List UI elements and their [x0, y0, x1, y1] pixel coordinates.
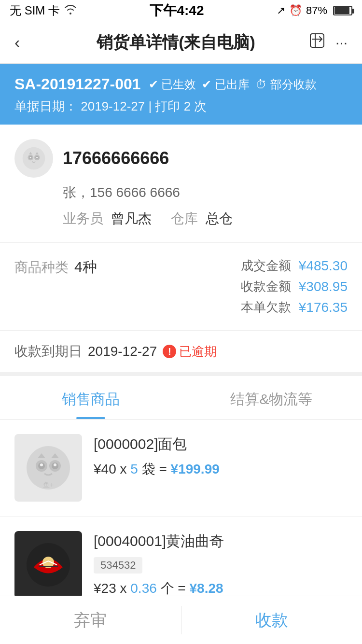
received-value: ¥308.95 — [299, 279, 348, 294]
share-button[interactable] — [308, 32, 326, 53]
tab-settlement[interactable]: 结算&物流等 — [181, 376, 362, 419]
product-tag: 534532 — [94, 557, 142, 574]
product-qty: 0.36 — [130, 581, 157, 596]
status-left: 无 SIM 卡 — [10, 3, 77, 18]
received-label: 收款金额 — [241, 278, 291, 295]
bottom-actions: 弃审 收款 — [0, 596, 362, 644]
product-item: 鱼+ [0000002]面包 ¥40 x 5 袋 = ¥199.99 — [0, 420, 362, 517]
owing-value: ¥176.35 — [299, 300, 348, 315]
battery-text: 87% — [306, 4, 327, 17]
product-info: [0000002]面包 ¥40 x 5 袋 = ¥199.99 — [94, 434, 348, 478]
order-header-top: SA-20191227-001 ✔ 已生效 ✔ 已出库 ⏱ 部分收款 — [14, 75, 348, 93]
warehouse-label: 仓库 — [171, 211, 198, 226]
product-list: 鱼+ [0000002]面包 ¥40 x 5 袋 = ¥199.99 — [0, 420, 362, 614]
amount-row: 成交金额 ¥485.30 — [241, 257, 348, 274]
order-header: SA-20191227-001 ✔ 已生效 ✔ 已出库 ⏱ 部分收款 单据日期：… — [0, 64, 362, 125]
customer-info-row: 业务员 曾凡杰 仓库 总仓 — [63, 210, 348, 228]
order-id: SA-20191227-001 — [14, 75, 141, 93]
overdue-badge: ! 已逾期 — [163, 343, 217, 360]
svg-text:鱼+: 鱼+ — [43, 481, 54, 489]
confirm-button[interactable]: 收款 — [181, 596, 362, 644]
customer-section: 17666666666 张，156 6666 6666 业务员 曾凡杰 仓库 总… — [0, 125, 362, 243]
status-time: 下午4:42 — [150, 1, 204, 20]
stats-section: 商品种类 4种 成交金额 ¥485.30 收款金额 ¥308.95 本单欠款 ¥… — [0, 243, 362, 331]
product-price-row: ¥40 x 5 袋 = ¥199.99 — [94, 460, 348, 478]
product-info: [00040001]黄油曲奇 534532 ¥23 x 0.36 个 = ¥8.… — [94, 531, 348, 598]
product-thumbnail — [14, 531, 82, 599]
battery-icon — [333, 6, 352, 15]
svg-point-1 — [23, 147, 45, 170]
status-bar: 无 SIM 卡 下午4:42 ↗ ⏰ 87% — [0, 0, 362, 21]
product-thumbnail: 鱼+ — [14, 434, 82, 502]
order-meta-label: 单据日期： — [14, 99, 77, 113]
due-label: 收款到期日 — [14, 342, 82, 361]
product-price: ¥23 — [94, 581, 116, 596]
product-price-row: ¥23 x 0.36 个 = ¥8.28 — [94, 579, 348, 598]
customer-top: 17666666666 — [14, 139, 348, 178]
more-button[interactable]: ··· — [335, 34, 348, 51]
overdue-dot: ! — [163, 345, 176, 358]
page-title: 销货单详情(来自电脑) — [43, 31, 308, 54]
type-label: 商品种类 — [14, 258, 69, 277]
product-total: ¥199.99 — [171, 462, 220, 476]
svg-point-6 — [30, 157, 31, 158]
customer-sub: 张，156 6666 6666 — [63, 183, 348, 202]
wifi-icon — [64, 4, 77, 17]
order-meta-print: | 打印 2 次 — [148, 99, 207, 113]
sales-value: 曾凡杰 — [111, 211, 152, 226]
due-date: 2019-12-27 — [88, 344, 157, 359]
svg-rect-0 — [310, 34, 324, 47]
type-value: 4种 — [74, 257, 97, 277]
status-right: ↗ ⏰ 87% — [277, 4, 352, 17]
order-meta: 单据日期： 2019-12-27 | 打印 2 次 — [14, 98, 348, 115]
svg-rect-18 — [39, 566, 58, 567]
stats-right: 成交金额 ¥485.30 收款金额 ¥308.95 本单欠款 ¥176.35 — [241, 257, 348, 316]
avatar — [14, 139, 53, 178]
owing-row: 本单欠款 ¥176.35 — [241, 299, 348, 316]
warehouse-value: 总仓 — [206, 211, 233, 226]
status-badges: ✔ 已生效 ✔ 已出库 ⏱ 部分收款 — [149, 77, 317, 92]
product-qty: 5 — [130, 462, 138, 476]
sales-label: 业务员 — [63, 211, 103, 226]
product-unit: 袋 — [142, 462, 155, 476]
amount-label: 成交金额 — [241, 257, 291, 274]
amount-value: ¥485.30 — [299, 258, 348, 274]
stats-left: 商品种类 4种 — [14, 257, 97, 277]
nav-actions: ··· — [308, 32, 348, 53]
svg-point-7 — [36, 157, 38, 158]
product-price: ¥40 — [94, 462, 116, 476]
product-total: ¥8.28 — [189, 581, 223, 596]
customer-name: 17666666666 — [63, 148, 169, 168]
badge-shipped: ✔ 已出库 — [202, 77, 250, 92]
location-icon: ↗ — [277, 4, 285, 17]
alarm-icon: ⏰ — [289, 4, 302, 17]
owing-label: 本单欠款 — [241, 299, 291, 316]
due-section: 收款到期日 2019-12-27 ! 已逾期 — [0, 331, 362, 376]
product-unit: 个 — [161, 581, 174, 596]
back-button[interactable]: ‹ — [14, 33, 43, 52]
overdue-text: 已逾期 — [179, 343, 217, 360]
order-meta-date: 2019-12-27 — [81, 99, 145, 113]
received-row: 收款金额 ¥308.95 — [241, 278, 348, 295]
svg-point-13 — [40, 463, 43, 466]
badge-partial: ⏱ 部分收款 — [255, 77, 317, 92]
product-name: [0000002]面包 — [94, 434, 348, 454]
tabs: 销售商品 结算&物流等 — [0, 376, 362, 420]
svg-point-14 — [54, 463, 56, 466]
badge-active: ✔ 已生效 — [149, 77, 196, 92]
sim-status: 无 SIM 卡 — [10, 3, 60, 18]
cancel-button[interactable]: 弃审 — [0, 596, 181, 644]
nav-bar: ‹ 销货单详情(来自电脑) ··· — [0, 21, 362, 64]
tab-products[interactable]: 销售商品 — [0, 376, 181, 419]
product-name: [00040001]黄油曲奇 — [94, 531, 348, 551]
